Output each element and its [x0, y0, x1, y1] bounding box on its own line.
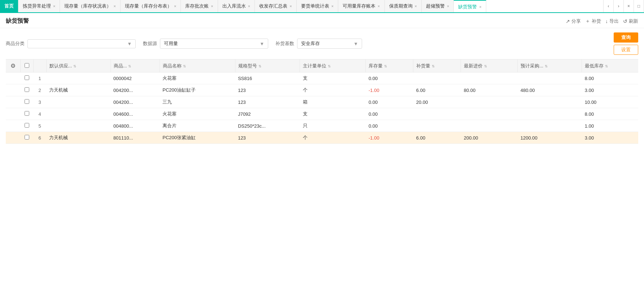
sort-name-icon[interactable]: ⇅: [183, 64, 186, 68]
row-name-4: 离合片: [160, 120, 235, 132]
select-all-checkbox[interactable]: [25, 63, 29, 68]
replenish-button[interactable]: ＋ 补货: [585, 18, 601, 25]
row-checkbox-5[interactable]: [25, 135, 29, 140]
tab-close-inout[interactable]: ×: [248, 4, 250, 8]
tab-label-stock-dist: 现存量（库存分布表）: [125, 3, 172, 9]
tab-label-shortage: 缺货预警: [458, 4, 477, 10]
query-button[interactable]: 查询: [614, 32, 638, 43]
sort-price-icon[interactable]: ⇅: [484, 64, 487, 68]
tab-close-expiry[interactable]: ×: [415, 4, 417, 8]
tab-item-requisition[interactable]: 要货单统计表×: [297, 0, 338, 13]
tab-item-home[interactable]: 首页: [0, 0, 18, 13]
tab-maximize[interactable]: □: [634, 0, 644, 13]
row-checkbox-cell-1: [20, 84, 33, 96]
tab-item-collect[interactable]: 收发存汇总表×: [255, 0, 296, 13]
tab-item-inout[interactable]: 出入库流水×: [218, 0, 255, 13]
tab-close-stock-status[interactable]: ×: [113, 4, 116, 8]
row-est-3: [518, 108, 582, 120]
tab-item-overstock[interactable]: 超储预警×: [422, 0, 454, 13]
sort-unit-icon[interactable]: ⇅: [328, 64, 331, 68]
tab-close-batch[interactable]: ×: [211, 4, 213, 8]
settings-button[interactable]: 设置: [614, 45, 638, 55]
row-code-0: 0000042: [110, 72, 160, 84]
th-unit: 主计量单位⇅: [300, 59, 366, 72]
share-icon: ↗: [566, 18, 570, 24]
row-name-3: 火花塞: [160, 108, 235, 120]
sort-stock-icon[interactable]: ⇅: [384, 64, 387, 68]
tab-close-available[interactable]: ×: [378, 4, 380, 8]
th-checkbox: [20, 59, 33, 72]
row-supplier-1: 力天机械: [46, 84, 110, 96]
row-price-1: 80.00: [461, 84, 518, 96]
table-container: ⚙ 默认供应...⇅ 商品...⇅ 商品名称⇅ 规格型号⇅ 主计量单位⇅ 库存量…: [0, 59, 644, 144]
tab-close-shortage[interactable]: ×: [479, 5, 481, 9]
row-stock-4: 0.00: [366, 120, 413, 132]
row-est-0: [518, 72, 582, 84]
tab-item-stock-status[interactable]: 现存量（库存状况表）×: [60, 0, 120, 13]
tab-scroll-right[interactable]: ›: [614, 0, 624, 13]
row-min-stock-0: 8.00: [582, 72, 638, 84]
sort-code-icon[interactable]: ⇅: [128, 64, 131, 68]
tab-close-all[interactable]: ×: [624, 0, 634, 13]
tab-item-expiry[interactable]: 保质期查询×: [385, 0, 422, 13]
category-select-arrow: ▼: [127, 41, 132, 47]
tab-close-stock-dist[interactable]: ×: [174, 4, 176, 8]
category-select[interactable]: ▼: [27, 39, 136, 48]
datasource-arrow: ▼: [260, 41, 264, 47]
th-stock-qty: 库存量⇅: [366, 59, 413, 72]
tab-close-requisition[interactable]: ×: [331, 4, 334, 8]
row-code-5: 801110...: [110, 132, 160, 144]
share-button[interactable]: ↗ 分享: [566, 18, 581, 25]
th-spec: 规格型号⇅: [235, 59, 300, 72]
export-button[interactable]: ↓ 导出: [605, 18, 619, 25]
sort-min-icon[interactable]: ⇅: [605, 64, 608, 68]
tab-close-overstock[interactable]: ×: [447, 4, 449, 8]
row-code-3: 004600...: [110, 108, 160, 120]
tab-label-available: 可用量库存账本: [343, 3, 375, 9]
sort-supplier-icon[interactable]: ⇅: [73, 64, 76, 68]
sort-spec-icon[interactable]: ⇅: [258, 64, 261, 68]
table-header-row: ⚙ 默认供应...⇅ 商品...⇅ 商品名称⇅ 规格型号⇅ 主计量单位⇅ 库存量…: [6, 59, 638, 72]
tab-scroll-left[interactable]: ‹: [604, 0, 614, 13]
row-checkbox-4[interactable]: [25, 123, 29, 128]
sort-replenish-icon[interactable]: ⇅: [432, 64, 435, 68]
row-replenish-4: [413, 120, 461, 132]
tab-label-expiry: 保质期查询: [389, 3, 413, 9]
refresh-button[interactable]: ↺ 刷新: [623, 18, 638, 25]
row-checkbox-3[interactable]: [25, 111, 29, 116]
row-checkbox-2[interactable]: [25, 99, 29, 104]
row-price-4: [461, 120, 518, 132]
tab-item-abnormal[interactable]: 拣货异常处理×: [18, 0, 60, 13]
th-settings: ⚙: [6, 59, 20, 72]
page-title: 缺货预警: [6, 17, 29, 25]
row-checkbox-0[interactable]: [25, 75, 29, 80]
row-replenish-2: 20.00: [413, 96, 461, 108]
datasource-select[interactable]: 可用量 ▼: [160, 39, 268, 49]
tab-item-shortage[interactable]: 缺货预警×: [454, 0, 486, 13]
row-supplier-2: [46, 96, 110, 108]
tab-item-available[interactable]: 可用量库存账本×: [338, 0, 384, 13]
tab-item-batch[interactable]: 库存批次账×: [181, 0, 218, 13]
datasource-filter-group: 数据源 可用量 ▼: [143, 39, 268, 49]
row-stock-1: -1.00: [366, 84, 413, 96]
page-content: 缺货预警 ↗ 分享 ＋ 补货 ↓ 导出 ↺ 刷新 商品分类: [0, 13, 644, 287]
row-unit-5: 个: [300, 132, 366, 144]
settings-gear-icon[interactable]: ⚙: [10, 63, 16, 69]
row-spec-1: 123: [235, 84, 300, 96]
datasource-label: 数据源: [143, 40, 157, 47]
tab-item-stock-dist[interactable]: 现存量（库存分布表）×: [121, 0, 181, 13]
th-product-code: 商品...⇅: [110, 59, 160, 72]
th-est-purchase: 预计采购...⇅: [518, 59, 582, 72]
row-settings-5: [6, 132, 20, 144]
row-settings-4: [6, 120, 20, 132]
tab-close-collect[interactable]: ×: [290, 4, 292, 8]
tab-nav-buttons: ‹ › × □: [603, 0, 644, 13]
row-name-5: PC200张紧油缸: [160, 132, 235, 144]
tab-close-abnormal[interactable]: ×: [53, 4, 55, 8]
row-checkbox-1[interactable]: [25, 87, 29, 92]
th-num: [33, 59, 46, 72]
row-settings-0: [6, 72, 20, 84]
replenish-base-select[interactable]: 安全库存 ▼: [297, 39, 362, 49]
row-min-stock-2: 10.00: [582, 96, 638, 108]
sort-est-icon[interactable]: ⇅: [545, 64, 548, 68]
